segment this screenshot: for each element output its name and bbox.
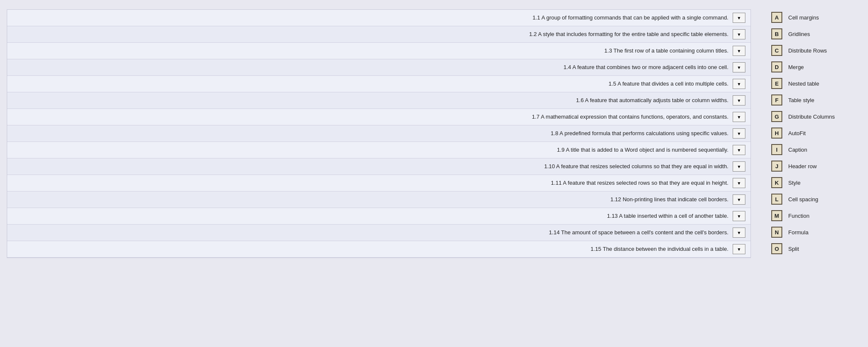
question-row: 1.8 A predefined formula that performs c… [7, 125, 750, 142]
answer-dropdown[interactable]: ▼ [733, 145, 745, 155]
answer-text: Table style [788, 97, 814, 103]
answer-dropdown[interactable]: ▼ [733, 244, 745, 254]
answer-letter-box: L [771, 194, 782, 205]
question-row: 1.4 A feature that combines two or more … [7, 59, 750, 76]
answer-text: Formula [788, 229, 809, 236]
question-text: 1.15 The distance between the individual… [16, 245, 733, 253]
answer-row: ICaption [768, 142, 861, 158]
question-row: 1.12 Non-printing lines that indicate ce… [7, 192, 750, 208]
question-row: 1.3 The first row of a table containing … [7, 43, 750, 59]
answer-letter-box: F [771, 94, 782, 105]
answer-row: JHeader row [768, 158, 861, 175]
answer-dropdown[interactable]: ▼ [733, 62, 745, 72]
answer-dropdown[interactable]: ▼ [733, 161, 745, 172]
answer-letter-box: M [771, 210, 782, 221]
question-row: 1.10 A feature that resizes selected col… [7, 158, 750, 175]
answer-text: Nested table [788, 81, 819, 87]
answer-letter-box: N [771, 227, 782, 238]
questions-panel: 1.1 A group of formatting commands that … [7, 9, 751, 258]
question-text: 1.8 A predefined formula that performs c… [16, 130, 733, 137]
question-row: 1.1 A group of formatting commands that … [7, 10, 750, 26]
question-text: 1.13 A table inserted within a cell of a… [16, 212, 733, 220]
question-row: 1.11 A feature that resizes selected row… [7, 175, 750, 192]
answer-letter-box: D [771, 61, 782, 72]
answer-letter-box: H [771, 128, 782, 139]
answer-dropdown[interactable]: ▼ [733, 13, 745, 23]
answer-letter-box: O [771, 243, 782, 254]
question-row: 1.6 A feature that automatically adjusts… [7, 92, 750, 109]
question-row: 1.9 A title that is added to a Word obje… [7, 142, 750, 158]
answer-letter-box: E [771, 78, 782, 89]
answer-letter-box: K [771, 177, 782, 188]
answer-letter-box: G [771, 111, 782, 122]
question-text: 1.2 A style that includes formatting for… [16, 31, 733, 38]
question-text: 1.7 A mathematical expression that conta… [16, 113, 733, 121]
question-row: 1.15 The distance between the individual… [7, 241, 750, 258]
question-text: 1.9 A title that is added to a Word obje… [16, 146, 733, 154]
question-text: 1.10 A feature that resizes selected col… [16, 163, 733, 170]
answer-text: Distribute Columns [788, 114, 835, 120]
answer-text: Split [788, 246, 799, 252]
answer-dropdown[interactable]: ▼ [733, 228, 745, 238]
answers-panel: ACell marginsBGridlinesCDistribute RowsD… [768, 9, 861, 258]
answer-text: Gridlines [788, 31, 810, 37]
answer-row: DMerge [768, 59, 861, 75]
question-row: 1.14 The amount of space between a cell'… [7, 225, 750, 241]
answer-text: Distribute Rows [788, 47, 827, 54]
question-text: 1.14 The amount of space between a cell'… [16, 229, 733, 236]
answer-row: NFormula [768, 224, 861, 241]
answer-text: Cell margins [788, 14, 819, 21]
answer-row: HAutoFit [768, 125, 861, 142]
answer-text: Style [788, 180, 801, 186]
answer-text: Cell spacing [788, 196, 818, 203]
question-row: 1.5 A feature that divides a cell into m… [7, 76, 750, 92]
answer-row: ENested table [768, 75, 861, 92]
answer-row: CDistribute Rows [768, 42, 861, 59]
answer-letter-box: I [771, 144, 782, 155]
answer-row: MFunction [768, 208, 861, 224]
question-row: 1.2 A style that includes formatting for… [7, 26, 750, 43]
question-row: 1.7 A mathematical expression that conta… [7, 109, 750, 125]
question-text: 1.6 A feature that automatically adjusts… [16, 97, 733, 104]
answer-row: OSplit [768, 241, 861, 257]
answer-dropdown[interactable]: ▼ [733, 112, 745, 122]
answer-dropdown[interactable]: ▼ [733, 46, 745, 56]
answer-row: FTable style [768, 92, 861, 108]
answer-text: Merge [788, 64, 804, 70]
question-text: 1.4 A feature that combines two or more … [16, 64, 733, 71]
question-text: 1.11 A feature that resizes selected row… [16, 179, 733, 187]
answer-text: Caption [788, 147, 807, 153]
answer-letter-box: B [771, 28, 782, 39]
answer-row: ACell margins [768, 9, 861, 26]
question-row: 1.13 A table inserted within a cell of a… [7, 208, 750, 225]
answer-dropdown[interactable]: ▼ [733, 95, 745, 105]
answer-dropdown[interactable]: ▼ [733, 178, 745, 188]
question-text: 1.12 Non-printing lines that indicate ce… [16, 196, 733, 203]
answer-text: Function [788, 213, 809, 219]
answer-row: KStyle [768, 175, 861, 191]
answer-letter-box: J [771, 161, 782, 172]
answer-dropdown[interactable]: ▼ [733, 29, 745, 39]
question-text: 1.1 A group of formatting commands that … [16, 14, 733, 22]
answer-letter-box: A [771, 12, 782, 23]
answer-row: GDistribute Columns [768, 108, 861, 125]
answer-letter-box: C [771, 45, 782, 56]
answer-dropdown[interactable]: ▼ [733, 128, 745, 139]
question-text: 1.5 A feature that divides a cell into m… [16, 80, 733, 88]
answer-dropdown[interactable]: ▼ [733, 211, 745, 221]
answer-row: LCell spacing [768, 191, 861, 208]
answer-row: BGridlines [768, 26, 861, 42]
answer-dropdown[interactable]: ▼ [733, 194, 745, 205]
question-text: 1.3 The first row of a table containing … [16, 47, 733, 55]
answer-dropdown[interactable]: ▼ [733, 79, 745, 89]
answer-text: AutoFit [788, 130, 806, 136]
answer-text: Header row [788, 163, 817, 169]
